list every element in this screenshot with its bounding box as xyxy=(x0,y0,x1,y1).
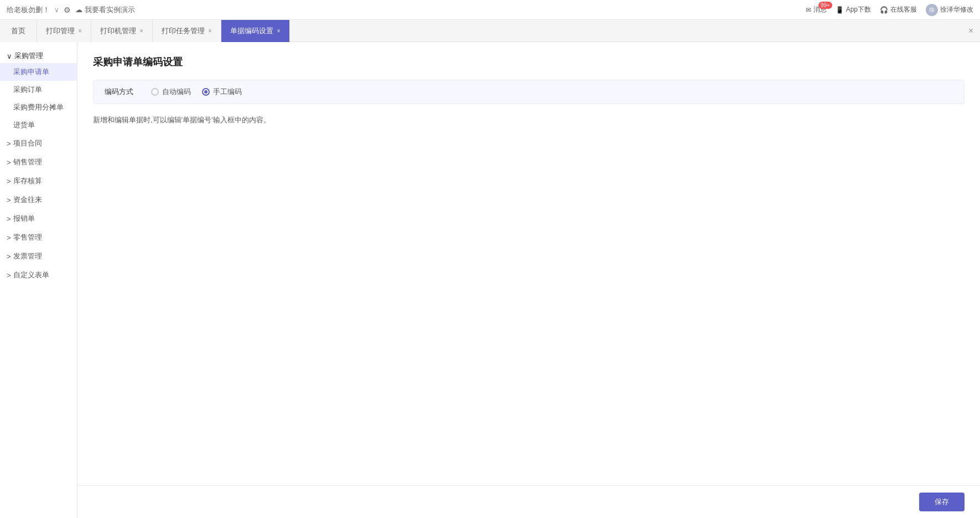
sidebar-label-retail: 零售管理 xyxy=(13,232,42,242)
sidebar-group-custom[interactable]: > 自定义表单 xyxy=(0,266,77,284)
sidebar-arrow-project: > xyxy=(7,139,11,148)
message-button[interactable]: ✉ 消息 99+ xyxy=(806,5,827,14)
tab-printer-management[interactable]: 打印机管理 × xyxy=(91,20,153,42)
sidebar-group-arrow-purchase: ∨ xyxy=(7,52,12,60)
encoding-section: 编码方式 自动编码 手工编码 xyxy=(93,80,965,104)
sidebar-arrow-expense: > xyxy=(7,215,11,223)
demo-text: 我要看实例演示 xyxy=(85,5,135,15)
user-menu[interactable]: 徐 徐泽华修改 xyxy=(926,4,973,16)
sidebar-group-sales[interactable]: > 销售管理 xyxy=(0,153,77,172)
tab-barcode-setting-close[interactable]: × xyxy=(277,28,281,34)
tab-home[interactable]: 首页 xyxy=(0,20,37,42)
tab-print-management-label: 打印管理 xyxy=(46,26,75,36)
sidebar-arrow-retail: > xyxy=(7,234,11,242)
tab-barcode-setting-label: 单据编码设置 xyxy=(230,26,273,36)
sidebar-label-sales: 销售管理 xyxy=(13,157,42,167)
main-layout: ∨ 采购管理 采购申请单 采购订单 采购费用分摊单 进货单 > 项目合同 > 销… xyxy=(0,42,980,518)
radio-circle-manual xyxy=(202,88,210,96)
sidebar-group-invoice[interactable]: > 发票管理 xyxy=(0,247,77,266)
sidebar-label-custom: 自定义表单 xyxy=(13,270,49,280)
encoding-radio-group: 自动编码 手工编码 xyxy=(151,87,242,97)
demo-link[interactable]: ☁ 我要看实例演示 xyxy=(75,5,135,15)
sidebar-arrow-inventory: > xyxy=(7,177,11,185)
top-bar: 给老板勿删！ ∨ ⚙ ☁ 我要看实例演示 ✉ 消息 99+ 📱 App下数 🎧 … xyxy=(0,0,980,20)
sidebar-arrow-invoice: > xyxy=(7,252,11,261)
encoding-label: 编码方式 xyxy=(105,87,133,97)
tab-printer-management-close[interactable]: × xyxy=(139,28,143,34)
dropdown-arrow-icon[interactable]: ∨ xyxy=(54,6,59,14)
radio-dot-manual xyxy=(204,90,208,94)
sidebar-group-label-purchase: 采购管理 xyxy=(14,51,43,61)
sidebar-item-purchase-request[interactable]: 采购申请单 xyxy=(0,63,77,81)
radio-manual-encoding[interactable]: 手工编码 xyxy=(202,87,242,97)
content-footer: 保存 xyxy=(77,485,980,518)
page-title: 采购申请单编码设置 xyxy=(93,55,965,69)
sidebar-item-purchase-order[interactable]: 采购订单 xyxy=(0,81,77,99)
sidebar: ∨ 采购管理 采购申请单 采购订单 采购费用分摊单 进货单 > 项目合同 > 销… xyxy=(0,42,77,518)
radio-label-auto: 自动编码 xyxy=(162,87,191,97)
sidebar-arrow-custom: > xyxy=(7,271,11,279)
radio-auto-encoding[interactable]: 自动编码 xyxy=(151,87,191,97)
app-download-button[interactable]: 📱 App下数 xyxy=(836,5,871,14)
tab-barcode-setting[interactable]: 单据编码设置 × xyxy=(221,20,289,42)
radio-circle-auto xyxy=(151,88,159,96)
top-bar-right: ✉ 消息 99+ 📱 App下数 🎧 在线客服 徐 徐泽华修改 xyxy=(806,4,973,16)
sidebar-arrow-finance: > xyxy=(7,196,11,204)
tab-bar: 首页 打印管理 × 打印机管理 × 打印任务管理 × 单据编码设置 × × xyxy=(0,20,980,42)
headset-icon: 🎧 xyxy=(880,6,888,14)
brand-text: 给老板勿删！ xyxy=(7,5,50,15)
message-badge: 99+ xyxy=(818,2,832,9)
sidebar-item-purchase-instock[interactable]: 进货单 xyxy=(0,116,77,134)
tab-print-management[interactable]: 打印管理 × xyxy=(37,20,91,42)
sidebar-group-purchase[interactable]: ∨ 采购管理 xyxy=(0,46,77,63)
sidebar-label-expense: 报销单 xyxy=(13,214,35,224)
sidebar-label-project: 项目合同 xyxy=(13,138,42,148)
main-content: 采购申请单编码设置 编码方式 自动编码 手工编码 xyxy=(77,42,980,518)
tab-printer-management-label: 打印机管理 xyxy=(100,26,136,36)
online-service-button[interactable]: 🎧 在线客服 xyxy=(880,5,917,14)
sidebar-group-finance[interactable]: > 资金往来 xyxy=(0,190,77,209)
online-service-label: 在线客服 xyxy=(890,5,917,14)
message-icon: ✉ xyxy=(806,6,811,14)
app-download-label: App下数 xyxy=(846,5,871,14)
hint-text: 新增和编辑单据时,可以编辑'单据编号'输入框中的内容。 xyxy=(93,115,965,125)
sidebar-label-inventory: 库存核算 xyxy=(13,176,42,186)
sidebar-arrow-sales: > xyxy=(7,158,11,167)
sidebar-group-inventory[interactable]: > 库存核算 xyxy=(0,172,77,190)
sidebar-label-invoice: 发票管理 xyxy=(13,251,42,261)
sidebar-group-project[interactable]: > 项目合同 xyxy=(0,134,77,153)
tab-bar-close-button[interactable]: × xyxy=(962,26,980,36)
radio-label-manual: 手工编码 xyxy=(213,87,242,97)
gear-icon[interactable]: ⚙ xyxy=(64,6,71,14)
sidebar-group-expense[interactable]: > 报销单 xyxy=(0,209,77,228)
sidebar-label-finance: 资金往来 xyxy=(13,195,42,205)
tab-print-task-close[interactable]: × xyxy=(208,28,212,34)
tab-print-task[interactable]: 打印任务管理 × xyxy=(153,20,221,42)
content-area: 采购申请单编码设置 编码方式 自动编码 手工编码 xyxy=(77,42,980,485)
sidebar-item-purchase-cost[interactable]: 采购费用分摊单 xyxy=(0,99,77,116)
top-bar-left: 给老板勿删！ ∨ ⚙ ☁ 我要看实例演示 xyxy=(7,5,135,15)
tab-print-task-label: 打印任务管理 xyxy=(162,26,205,36)
cloud-icon: ☁ xyxy=(75,6,82,14)
phone-icon: 📱 xyxy=(836,6,844,14)
tab-home-label: 首页 xyxy=(11,26,25,36)
save-button[interactable]: 保存 xyxy=(919,493,965,511)
sidebar-group-retail[interactable]: > 零售管理 xyxy=(0,228,77,247)
tab-print-management-close[interactable]: × xyxy=(78,28,82,34)
avatar: 徐 xyxy=(926,4,938,16)
user-name: 徐泽华修改 xyxy=(940,5,973,14)
